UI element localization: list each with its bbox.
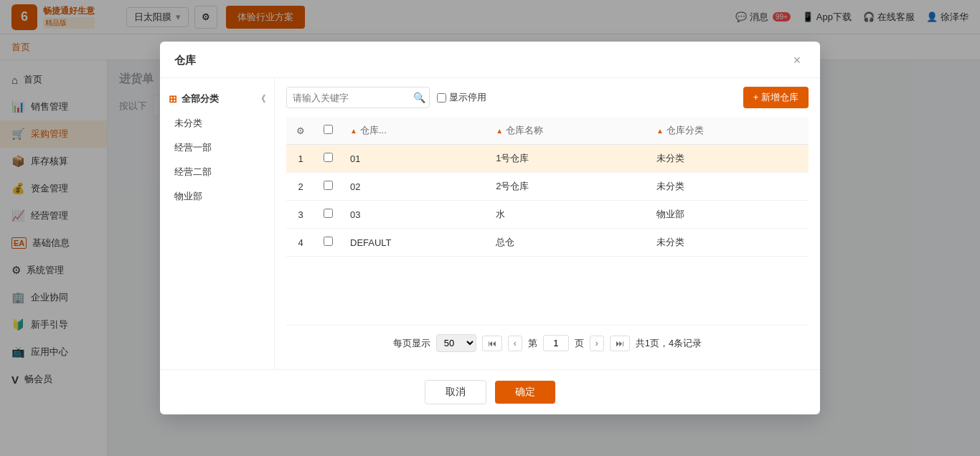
prev-page-button[interactable]: ‹ (508, 336, 522, 351)
table-row[interactable]: 2 02 2号仓库 未分类 (286, 173, 809, 201)
row-code: 03 (341, 201, 487, 229)
category-item-property[interactable]: 物业部 (160, 184, 274, 209)
row-checkbox-cell (315, 173, 341, 201)
warehouse-modal: 仓库 × ⊞ 全部分类 《 未分类 经营一部 经营二部 物业部 (160, 42, 820, 414)
row-category: 未分类 (648, 145, 809, 173)
show-disabled-checkbox[interactable] (437, 93, 446, 103)
table-row[interactable]: 4 DEFAULT 总仓 未分类 (286, 229, 809, 257)
settings-col-icon: ⚙ (296, 125, 305, 136)
row-checkbox[interactable] (324, 237, 333, 246)
table: ⚙ ▲ 仓库... (286, 117, 809, 257)
modal-overlay: 仓库 × ⊞ 全部分类 《 未分类 经营一部 经营二部 物业部 (0, 0, 980, 456)
search-input[interactable] (293, 92, 413, 103)
pagination: 每页显示 50 20 100 ⏮ ‹ 第 页 › ⏭ 共1页，4条记录 (286, 325, 809, 361)
sort-icon-code: ▲ (350, 127, 357, 135)
table-row[interactable]: 1 01 1号仓库 未分类 (286, 145, 809, 173)
row-checkbox-cell (315, 145, 341, 173)
collapse-button[interactable]: 《 (257, 93, 265, 105)
search-box: 🔍 (286, 87, 430, 108)
row-no: 1 (286, 145, 315, 173)
modal-close-button[interactable]: × (788, 52, 806, 69)
row-no: 2 (286, 173, 315, 201)
show-disabled-toggle[interactable]: 显示停用 (437, 91, 486, 104)
sort-icon-cat: ▲ (656, 127, 664, 135)
last-page-button[interactable]: ⏭ (610, 336, 630, 351)
cancel-button[interactable]: 取消 (425, 380, 486, 404)
page-number-label: 第 (528, 337, 537, 350)
modal-toolbar: 🔍 显示停用 + 新增仓库 (286, 87, 809, 108)
row-category: 未分类 (648, 173, 809, 201)
table-header-row: ⚙ ▲ 仓库... (286, 117, 809, 145)
total-records-label: 共1页，4条记录 (636, 337, 702, 350)
col-category: ▲ 仓库分类 (648, 117, 809, 145)
table-row[interactable]: 3 03 水 物业部 (286, 201, 809, 229)
modal-footer: 取消 确定 (160, 369, 820, 414)
grid-icon: ⊞ (169, 93, 177, 105)
col-settings[interactable]: ⚙ (286, 117, 315, 145)
row-name: 2号仓库 (487, 173, 648, 201)
select-all-checkbox[interactable] (324, 125, 333, 134)
row-no: 4 (286, 229, 315, 257)
modal-body: ⊞ 全部分类 《 未分类 经营一部 经营二部 物业部 🔍 (160, 78, 820, 369)
search-icon: 🔍 (413, 92, 425, 103)
category-item-ops2[interactable]: 经营二部 (160, 160, 274, 184)
col-checkbox[interactable] (315, 117, 341, 145)
row-code: 01 (341, 145, 487, 173)
modal-title: 仓库 (174, 54, 196, 67)
row-checkbox-cell (315, 229, 341, 257)
next-page-button[interactable]: › (590, 336, 604, 351)
sort-icon-name: ▲ (496, 127, 503, 135)
category-item-unclassified[interactable]: 未分类 (160, 111, 274, 136)
row-name: 1号仓库 (487, 145, 648, 173)
row-code: 02 (341, 173, 487, 201)
row-checkbox[interactable] (324, 209, 333, 218)
per-page-label: 每页显示 (393, 337, 430, 350)
col-code: ▲ 仓库... (341, 117, 487, 145)
row-checkbox[interactable] (324, 181, 333, 190)
modal-category-panel: ⊞ 全部分类 《 未分类 经营一部 经营二部 物业部 (160, 78, 275, 369)
warehouse-table: ⚙ ▲ 仓库... (286, 117, 809, 322)
page-number-input[interactable] (543, 335, 569, 351)
modal-right-panel: 🔍 显示停用 + 新增仓库 ⚙ (275, 78, 820, 369)
first-page-button[interactable]: ⏮ (482, 336, 502, 351)
row-name: 水 (487, 201, 648, 229)
add-warehouse-button[interactable]: + 新增仓库 (743, 87, 809, 108)
col-name: ▲ 仓库名称 (487, 117, 648, 145)
row-checkbox-cell (315, 201, 341, 229)
all-categories-header[interactable]: ⊞ 全部分类 《 (160, 87, 274, 111)
row-checkbox[interactable] (324, 153, 333, 162)
all-categories-label: 全部分类 (182, 92, 219, 105)
category-item-ops1[interactable]: 经营一部 (160, 136, 274, 160)
page-label: 页 (575, 337, 584, 350)
row-category: 未分类 (648, 229, 809, 257)
modal-header: 仓库 × (160, 42, 820, 78)
per-page-select[interactable]: 50 20 100 (436, 334, 476, 352)
row-no: 3 (286, 201, 315, 229)
row-category: 物业部 (648, 201, 809, 229)
row-name: 总仓 (487, 229, 648, 257)
confirm-button[interactable]: 确定 (495, 381, 555, 404)
row-code: DEFAULT (341, 229, 487, 257)
